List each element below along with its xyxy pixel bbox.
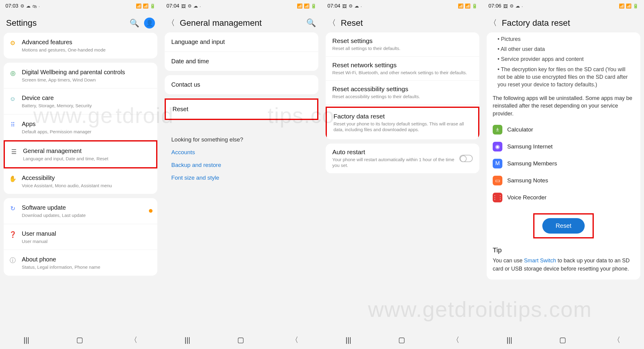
- bullet-item: The decryption key for files on the SD c…: [493, 65, 634, 90]
- settings-item-general[interactable]: ☰ General management Language and input,…: [4, 140, 157, 168]
- auto-restart-title: Auto restart: [332, 148, 456, 156]
- back-button[interactable]: 〈: [452, 335, 459, 345]
- gear-icon: ⚙: [188, 3, 192, 9]
- app-row: ⋮⋮ Voice Recorder: [493, 189, 634, 206]
- reset-option[interactable]: Reset network settings Reset Wi-Fi, Blue…: [326, 57, 479, 81]
- recent-button[interactable]: |||: [346, 336, 351, 344]
- status-time: 07:06: [488, 3, 501, 9]
- settings-item-digital[interactable]: ◎ Digital Wellbeing and parental control…: [4, 63, 157, 89]
- reset-option-title: Reset accessibility settings: [332, 85, 473, 93]
- app-row: ± Calculator: [493, 121, 634, 138]
- back-icon[interactable]: 〈: [328, 18, 336, 28]
- home-button[interactable]: ▢: [398, 336, 405, 344]
- screen-settings: 07:03⚙☁🛍· 📶📶🔋 Settings 🔍 👤 ⚙ Advanced fe…: [0, 0, 161, 349]
- recent-button[interactable]: |||: [24, 336, 29, 344]
- item-icon: ⠿: [8, 121, 17, 129]
- settings-item-software[interactable]: ↻ Software update Download updates, Last…: [4, 198, 157, 224]
- auto-restart-card: Auto restart Your phone will restart aut…: [326, 144, 479, 173]
- header: 〈 Reset: [322, 12, 483, 32]
- settings-item-advanced[interactable]: ⚙ Advanced features Motions and gestures…: [4, 33, 157, 58]
- gm-item[interactable]: Contact us: [165, 75, 318, 94]
- factory-sub: Reset your phone to its factory default …: [334, 121, 472, 133]
- item-sub: Status, Legal information, Phone name: [22, 264, 153, 270]
- home-button[interactable]: ▢: [237, 336, 244, 344]
- item-sub: Download updates, Last update: [22, 212, 144, 218]
- nav-bar: ||| ▢ 〈: [161, 331, 322, 349]
- image-icon: 🖼: [181, 4, 186, 9]
- update-badge: [149, 209, 153, 213]
- home-button[interactable]: ▢: [76, 336, 83, 344]
- avatar[interactable]: 👤: [144, 18, 155, 28]
- gm-list: Language and inputDate and time Contact …: [161, 32, 322, 331]
- settings-list: ⚙ Advanced features Motions and gestures…: [0, 33, 161, 331]
- gear-icon: ⚙: [20, 3, 24, 9]
- dot-icon: ·: [522, 4, 523, 9]
- bullet-item: All other user data: [493, 44, 634, 54]
- nav-bar: ||| ▢ 〈: [483, 331, 644, 349]
- app-icon: M: [493, 159, 502, 168]
- item-title: Apps: [22, 120, 153, 128]
- image-icon: 🖼: [503, 4, 508, 9]
- settings-item-accessibility[interactable]: ✋ Accessibility Voice Assistant, Mono au…: [4, 168, 157, 194]
- bullet-item: Pictures: [493, 34, 634, 44]
- home-button[interactable]: ▢: [559, 336, 566, 344]
- recent-button[interactable]: |||: [507, 336, 512, 344]
- suggestion-link[interactable]: Backup and restore: [166, 159, 317, 171]
- app-name: Samsung Internet: [507, 143, 553, 150]
- factory-data-reset-option[interactable]: Factory data reset Reset your phone to i…: [326, 107, 479, 138]
- search-icon[interactable]: 🔍: [130, 18, 139, 28]
- header: 〈 Factory data reset: [483, 12, 644, 32]
- gm-item[interactable]: Language and input: [165, 32, 318, 52]
- uninstall-text: The following apps will be uninstalled. …: [493, 90, 634, 121]
- item-title: Digital Wellbeing and parental controls: [22, 68, 153, 76]
- suggestion-link[interactable]: Font size and style: [166, 171, 317, 184]
- screen-factory-reset: 07:06🖼⚙☁· 📶📶🔋 〈 Factory data reset Pictu…: [483, 0, 644, 349]
- auto-restart-row[interactable]: Auto restart Your phone will restart aut…: [326, 144, 479, 173]
- page-title: General management: [180, 18, 301, 28]
- item-icon: ⚙: [8, 39, 17, 47]
- app-icon: ▭: [493, 176, 502, 185]
- auto-restart-toggle[interactable]: [459, 155, 473, 162]
- back-button[interactable]: 〈: [130, 335, 137, 345]
- tip-text: You can use Smart Switch to back up your…: [493, 257, 634, 273]
- item-icon: ◎: [8, 69, 17, 77]
- reset-row[interactable]: Reset: [165, 98, 318, 120]
- signal-icon: 📶: [304, 3, 310, 9]
- gear-icon: ⚙: [349, 3, 353, 9]
- cloud-icon: ☁: [26, 3, 31, 9]
- gear-icon: ⚙: [510, 3, 514, 9]
- suggestion-link[interactable]: Accounts: [166, 146, 317, 159]
- status-bar: 07:06🖼⚙☁· 📶📶🔋: [483, 0, 644, 12]
- factory-content-wrap: PicturesAll other user dataService provi…: [483, 32, 644, 331]
- app-name: Samsung Members: [507, 160, 557, 167]
- smart-switch-link[interactable]: Smart Switch: [524, 258, 556, 264]
- reset-option[interactable]: Reset accessibility settings Reset acces…: [326, 81, 479, 105]
- settings-item-device[interactable]: ☺ Device care Battery, Storage, Memory, …: [4, 88, 157, 115]
- reset-button[interactable]: Reset: [542, 218, 585, 234]
- gm-item[interactable]: Date and time: [165, 52, 318, 71]
- app-name: Samsung Notes: [507, 177, 548, 184]
- back-icon[interactable]: 〈: [167, 18, 175, 28]
- reset-option-sub: Reset accessibility settings to their de…: [332, 94, 473, 100]
- screen-reset: 07:04🖼⚙☁· 📶📶🔋 〈 Reset Reset settings Res…: [322, 0, 483, 349]
- back-button[interactable]: 〈: [613, 335, 620, 345]
- settings-item-about[interactable]: ⓘ About phone Status, Legal information,…: [4, 250, 157, 276]
- recent-button[interactable]: |||: [185, 336, 190, 344]
- dot-icon: ·: [361, 4, 362, 9]
- back-icon[interactable]: 〈: [489, 18, 497, 28]
- item-sub: Screen time, App timers, Wind Down: [22, 77, 153, 83]
- item-sub: Motions and gestures, One-handed mode: [22, 47, 153, 53]
- app-row: M Samsung Members: [493, 155, 634, 172]
- reset-option[interactable]: Reset settings Reset all settings to the…: [326, 32, 479, 57]
- cloud-icon: ☁: [193, 3, 198, 9]
- battery-icon: 🔋: [633, 3, 639, 9]
- app-name: Voice Recorder: [507, 194, 547, 201]
- status-time: 07:04: [166, 3, 179, 9]
- back-button[interactable]: 〈: [291, 335, 298, 345]
- item-title: Advanced features: [22, 38, 153, 46]
- settings-item-apps[interactable]: ⠿ Apps Default apps, Permission manager: [4, 115, 157, 141]
- signal-icon: 📶: [465, 3, 471, 9]
- search-icon[interactable]: 🔍: [306, 18, 316, 28]
- image-icon: 🖼: [342, 4, 347, 9]
- settings-item-user[interactable]: ❓ User manual User manual: [4, 224, 157, 250]
